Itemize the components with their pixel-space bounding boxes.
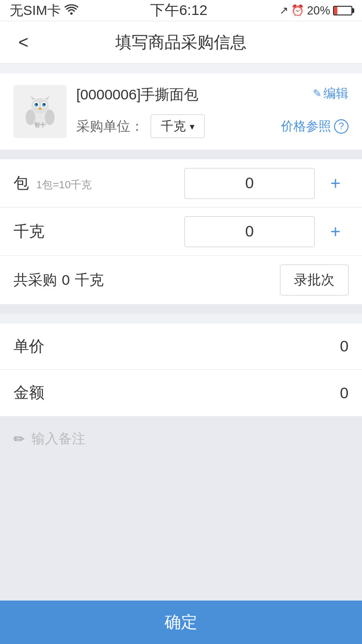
input-section: 包 1包=10千克 0 + 千克 0 +	[0, 159, 362, 256]
content-spacer	[0, 462, 362, 606]
product-name: [0000006]手撕面包	[76, 85, 313, 105]
wifi-icon	[65, 3, 78, 18]
record-batch-button[interactable]: 录批次	[280, 265, 348, 295]
svg-point-0	[70, 12, 72, 14]
svg-point-9	[36, 103, 38, 105]
product-info: [0000006]手撕面包 ✎ 编辑 采购单位： 千克 ▾ 价格参照 ?	[76, 85, 348, 138]
amount-value: 0	[340, 384, 348, 402]
unit-price-row: 单价 0	[0, 323, 362, 370]
main-content: 智十 [0000006]手撕面包 ✎ 编辑 采购单位： 千克 ▾	[0, 73, 362, 644]
alarm-icon: ⏰	[291, 4, 304, 17]
nav-bar: < 填写商品采购信息	[0, 21, 362, 64]
battery-percent: 20%	[307, 4, 330, 17]
bag-label: 包 1包=10千克	[14, 173, 92, 194]
bag-plus-button[interactable]: +	[322, 170, 348, 196]
product-logo: 智十	[21, 92, 59, 131]
unit-price-value: 0	[340, 337, 348, 355]
bag-qty-input[interactable]: 0	[184, 168, 315, 199]
divider-2	[0, 304, 362, 314]
unit-price-label: 单价	[14, 336, 44, 357]
svg-marker-13	[45, 96, 50, 100]
summary-row: 共采购 0 千克 录批次	[0, 256, 362, 304]
svg-point-2	[26, 110, 35, 125]
summary-prefix: 共采购	[14, 270, 57, 290]
svg-point-10	[43, 103, 45, 105]
page-title: 填写商品采购信息	[115, 31, 247, 54]
unit-selector[interactable]: 千克 ▾	[151, 114, 205, 138]
summary-value: 0	[62, 272, 70, 288]
svg-text:智十: 智十	[34, 122, 46, 128]
product-image: 智十	[14, 85, 67, 138]
divider-1	[0, 150, 362, 159]
battery-icon	[333, 6, 352, 15]
amount-row: 金额 0	[0, 370, 362, 416]
product-card: 智十 [0000006]手撕面包 ✎ 编辑 采购单位： 千克 ▾	[0, 73, 362, 150]
status-indicators: ↗ ⏰ 20%	[279, 4, 352, 17]
status-bar: 无SIM卡 下午6:12 ↗ ⏰ 20%	[0, 0, 362, 21]
svg-marker-12	[30, 96, 35, 100]
amount-label: 金额	[14, 382, 44, 404]
status-carrier: 无SIM卡	[10, 1, 78, 20]
price-section: 单价 0 金额 0	[0, 323, 362, 416]
status-time: 下午6:12	[150, 0, 207, 20]
kg-input-row: 千克 0 +	[0, 208, 362, 256]
kg-qty-input[interactable]: 0	[184, 216, 315, 247]
unit-label: 采购单位：	[76, 117, 144, 136]
pencil-icon: ✏	[14, 431, 25, 447]
product-header: [0000006]手撕面包 ✎ 编辑	[76, 85, 348, 105]
confirm-button[interactable]: 确定	[0, 601, 362, 644]
bag-input-row: 包 1包=10千克 0 +	[0, 159, 362, 208]
summary-unit: 千克	[75, 270, 104, 290]
info-icon: ?	[334, 119, 348, 134]
location-icon: ↗	[279, 4, 288, 17]
notes-section[interactable]: ✏ 输入备注	[0, 416, 362, 462]
dropdown-icon: ▾	[190, 121, 195, 132]
notes-placeholder: 输入备注	[31, 430, 85, 448]
edit-icon: ✎	[313, 87, 321, 100]
edit-button[interactable]: ✎ 编辑	[313, 85, 348, 102]
kg-label: 千克	[14, 221, 71, 242]
kg-plus-button[interactable]: +	[322, 219, 348, 245]
svg-point-3	[45, 110, 55, 125]
carrier-text: 无SIM卡	[10, 1, 61, 20]
price-ref-button[interactable]: 价格参照 ?	[281, 118, 348, 135]
back-button[interactable]: <	[14, 28, 33, 57]
purchase-unit-row: 采购单位： 千克 ▾ 价格参照 ?	[76, 114, 348, 138]
